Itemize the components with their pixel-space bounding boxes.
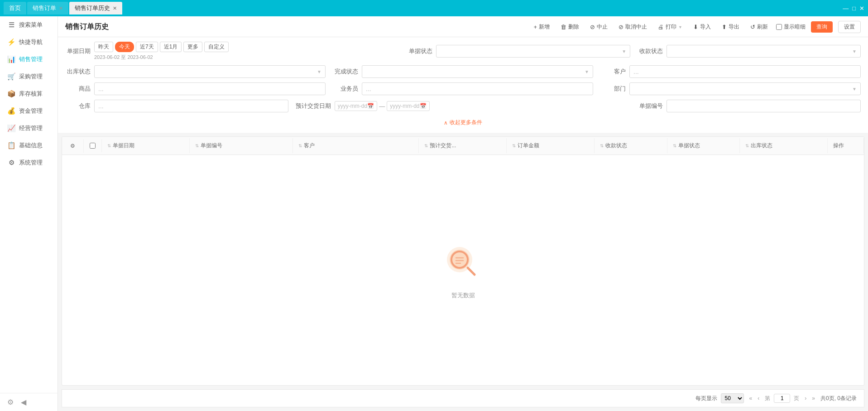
tab-sales-order[interactable]: 销售订单 ✕ [27,2,68,15]
sidebar-item-system-label: 系统管理 [19,159,43,167]
close-window-icon[interactable]: ✕ [859,5,864,12]
prev-page-icon[interactable]: ‹ [756,394,761,402]
tab-sales-history[interactable]: 销售订单历史 ✕ [69,2,122,15]
payment-status-select[interactable]: ▼ [667,45,861,58]
export-icon: ⬆ [722,24,727,30]
th-checkbox[interactable] [84,139,102,152]
tab-sales-order-close[interactable]: ✕ [59,5,63,11]
page-input[interactable] [774,394,790,403]
delivery-date-label: 预计交货日期 [296,102,331,110]
order-no-input[interactable] [667,100,861,112]
sort-warehouse-icon[interactable]: ⇅ [745,143,749,148]
filter-customer: 客户 ... [600,65,861,78]
sidebar-item-operations-label: 经营管理 [19,124,43,132]
sort-amount-icon[interactable]: ⇅ [512,143,516,148]
calendar-from-icon: 📅 [367,103,374,109]
import-button[interactable]: ⬇ 导入 [691,21,714,33]
settings-button[interactable]: 设置 [838,21,861,33]
filter-row-1: 单据日期 昨天 今天 近7天 近1月 更多 自定义 2023-06-02 至 2… [65,42,861,61]
stop-label: 中止 [597,23,608,31]
sort-payment-icon[interactable]: ⇅ [600,143,604,148]
display-checkbox[interactable] [776,24,782,30]
department-select[interactable]: ▼ [629,82,861,95]
cancel-stop-button[interactable]: ⊘ 取消中止 [616,21,650,33]
sidebar-settings-icon[interactable]: ⚙ [7,398,14,406]
customer-input[interactable]: ... [629,65,861,78]
operations-icon: 📈 [7,124,15,132]
quick-nav-icon: ⚡ [7,38,15,46]
date-filter-buttons: 昨天 今天 近7天 近1月 更多 自定义 [94,42,229,52]
date-btn-custom[interactable]: 自定义 [204,42,229,52]
filter-order-status: 单据状态 ▼ [407,45,630,58]
filter-area: 单据日期 昨天 今天 近7天 近1月 更多 自定义 2023-06-02 至 2… [58,37,868,133]
maximize-icon[interactable]: □ [852,5,856,12]
last-page-icon[interactable]: » [810,394,817,402]
settings-col-icon: ⚙ [70,143,75,149]
inventory-icon: 📦 [7,90,15,98]
order-no-label: 单据编号 [638,102,663,110]
select-all-checkbox[interactable] [90,143,96,149]
sidebar-item-finance[interactable]: 💰 资金管理 [0,102,58,120]
th-warehouse-status: ⇅ 出库状态 [740,138,828,153]
sidebar-item-inventory[interactable]: 📦 库存核算 [0,85,58,102]
th-order-status: ⇅ 单据状态 [667,138,740,153]
salesperson-input[interactable]: ... [362,82,593,95]
sort-delivery-icon[interactable]: ⇅ [424,143,428,148]
tab-home[interactable]: 首页 [4,2,26,15]
th-date-label: 单据日期 [113,142,134,150]
sort-date-icon[interactable]: ⇅ [107,143,111,148]
date-btn-today[interactable]: 今天 [115,42,134,52]
next-page-icon[interactable]: › [803,394,808,402]
warehouse-status-select[interactable]: ▼ [94,65,326,78]
page-size-select[interactable]: 50 10 20 100 [721,393,744,403]
print-button[interactable]: 🖨 打印 ▼ [655,21,685,33]
th-action: 操作 [828,138,864,153]
export-button[interactable]: ⬆ 导出 [719,21,742,33]
minimize-icon[interactable]: — [843,5,849,12]
filter-warehouse-status: 出库状态 ▼ [65,65,326,78]
date-btn-7days[interactable]: 近7天 [136,42,158,52]
refresh-button[interactable]: ↺ 刷新 [748,21,771,33]
new-button[interactable]: + 新增 [531,21,552,33]
display-toggle[interactable]: 显示暗细 [776,23,806,31]
page-size-label: 每页显示 [695,395,717,402]
query-label: 查询 [816,23,827,31]
order-status-label: 单据状态 [407,47,432,55]
goods-ellipsis: ... [98,85,104,92]
delivery-date-to[interactable]: yyyy-mm-dd 📅 [387,101,429,111]
toolbar: + 新增 🗑 删除 ⊘ 中止 ⊘ 取消中止 [531,21,861,33]
stop-button[interactable]: ⊘ 中止 [587,21,610,33]
sidebar-item-base-label: 基础信息 [19,141,43,150]
sort-no-icon[interactable]: ⇅ [195,143,199,148]
warehouse-input[interactable]: ... [94,100,288,112]
complete-status-select[interactable]: ▼ [362,65,593,78]
date-btn-more[interactable]: 更多 [183,42,202,52]
sidebar-item-system[interactable]: ⚙ 系统管理 [0,154,58,171]
th-date: ⇅ 单据日期 [102,138,190,153]
tab-sales-order-label: 销售订单 [33,4,56,12]
tab-sales-history-close[interactable]: ✕ [113,5,117,11]
sidebar-collapse-icon[interactable]: ◀ [21,398,26,406]
query-button[interactable]: 查询 [811,21,833,33]
collapse-button[interactable]: ∧ 收起更多条件 [65,117,861,128]
sidebar-item-purchase[interactable]: 🛒 采购管理 [0,68,58,85]
first-page-icon[interactable]: « [748,394,754,402]
th-settings[interactable]: ⚙ [62,139,84,153]
sidebar-item-quick-nav[interactable]: ⚡ 快捷导航 [0,34,58,51]
delete-button[interactable]: 🗑 删除 [558,21,582,33]
filter-row-3: 商品 ... 业务员 ... 部门 ▼ [65,82,861,95]
sidebar-item-base[interactable]: 📋 基础信息 [0,137,58,154]
date-label: 单据日期 [65,47,91,55]
sidebar-item-operations[interactable]: 📈 经营管理 [0,120,58,137]
date-btn-yesterday[interactable]: 昨天 [94,42,113,52]
goods-input[interactable]: ... [94,82,326,95]
sidebar-item-sales[interactable]: 📊 销售管理 [0,51,58,68]
sort-order-status-icon[interactable]: ⇅ [673,143,676,148]
delivery-date-from[interactable]: yyyy-mm-dd 📅 [335,101,377,111]
order-status-select[interactable]: ▼ [436,45,630,58]
date-btn-1month[interactable]: 近1月 [160,42,182,52]
print-icon: 🖨 [658,24,664,30]
sort-customer-icon[interactable]: ⇅ [298,143,302,148]
tab-home-label: 首页 [9,4,21,12]
sidebar-item-search-menu[interactable]: ☰ 搜索菜单 [0,16,58,34]
